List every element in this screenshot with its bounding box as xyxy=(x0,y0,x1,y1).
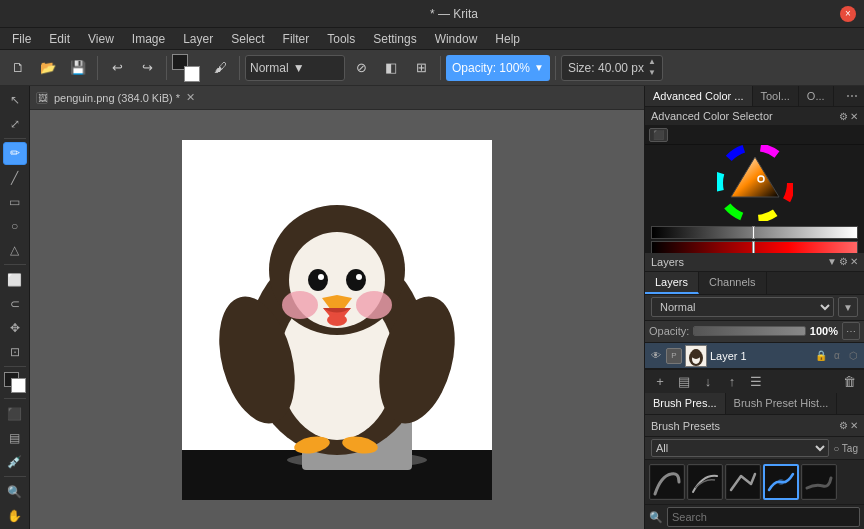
brush-item-2[interactable] xyxy=(687,464,723,500)
add-group-button[interactable]: ▤ xyxy=(673,371,695,393)
layer-alpha-button[interactable]: α xyxy=(830,349,844,363)
layers-settings-button[interactable]: ⚙ xyxy=(839,256,848,267)
move-layer-down-button[interactable]: ↓ xyxy=(697,371,719,393)
bg-color-indicator[interactable] xyxy=(11,378,26,393)
canvas-document[interactable] xyxy=(182,140,492,500)
background-color[interactable] xyxy=(184,66,200,82)
preserve-alpha-button[interactable]: ◧ xyxy=(377,54,405,82)
close-button[interactable]: × xyxy=(840,6,856,22)
pan-tool-button[interactable]: ✋ xyxy=(3,504,27,527)
layers-opacity-value: 100% xyxy=(810,325,838,337)
brush-item-1[interactable] xyxy=(649,464,685,500)
ellipse-tool-button[interactable]: ○ xyxy=(3,214,27,237)
lightness-slider[interactable] xyxy=(651,226,858,239)
panel-tab-more[interactable]: ⋯ xyxy=(840,86,864,106)
brush-presets-close[interactable]: ✕ xyxy=(850,420,858,431)
menu-item-window[interactable]: Window xyxy=(427,30,486,48)
fill-tool-button[interactable]: ⬛ xyxy=(3,402,27,425)
menu-item-filter[interactable]: Filter xyxy=(275,30,318,48)
wrap-button[interactable]: ⊞ xyxy=(407,54,435,82)
brush-item-5[interactable] xyxy=(801,464,837,500)
menu-item-settings[interactable]: Settings xyxy=(365,30,424,48)
menu-item-view[interactable]: View xyxy=(80,30,122,48)
line-tool-button[interactable]: ╱ xyxy=(3,166,27,189)
redo-button[interactable]: ↪ xyxy=(133,54,161,82)
color-selector-settings[interactable]: ⚙ xyxy=(839,111,848,122)
color-selector-close[interactable]: ✕ xyxy=(850,111,858,122)
tab-brush-presets[interactable]: Brush Pres... xyxy=(645,393,726,414)
layers-opacity-label: Opacity: xyxy=(649,325,689,337)
layers-blend-options[interactable]: ▼ xyxy=(838,297,858,317)
menu-item-edit[interactable]: Edit xyxy=(41,30,78,48)
layers-blend-dropdown[interactable]: Normal xyxy=(651,297,834,317)
freehand-tool-button[interactable]: ✏ xyxy=(3,142,27,165)
menu-item-layer[interactable]: Layer xyxy=(175,30,221,48)
menu-item-tools[interactable]: Tools xyxy=(319,30,363,48)
opacity-down-button[interactable]: ▼ xyxy=(534,62,544,73)
menu-item-image[interactable]: Image xyxy=(124,30,173,48)
menu-item-select[interactable]: Select xyxy=(223,30,272,48)
brush-item-4[interactable] xyxy=(763,464,799,500)
tab-other[interactable]: O... xyxy=(799,86,834,106)
canvas-viewport[interactable] xyxy=(30,110,644,529)
layer-visibility-eye[interactable]: 👁 xyxy=(649,349,663,363)
size-up-button[interactable]: ▲ xyxy=(648,57,656,67)
brush-presets-settings[interactable]: ⚙ xyxy=(839,420,848,431)
tab-tool[interactable]: Tool... xyxy=(753,86,799,106)
color-selector-wheel-btn[interactable]: ⬛ xyxy=(649,128,668,142)
select-lasso-button[interactable]: ⊂ xyxy=(3,292,27,315)
menu-item-help[interactable]: Help xyxy=(487,30,528,48)
brush-preset-button[interactable]: 🖌 xyxy=(206,54,234,82)
toolbar-separator-2 xyxy=(166,56,167,80)
open-file-button[interactable]: 📂 xyxy=(34,54,62,82)
delete-layer-button[interactable]: 🗑 xyxy=(838,371,860,393)
transform-tool-button[interactable]: ⤢ xyxy=(3,112,27,135)
layer-inherit-button[interactable]: ⬡ xyxy=(846,349,860,363)
rect-tool-button[interactable]: ▭ xyxy=(3,190,27,213)
menu-item-file[interactable]: File xyxy=(4,30,39,48)
canvas-close-button[interactable]: ✕ xyxy=(186,91,195,104)
blend-mode-dropdown[interactable]: Normal ▼ xyxy=(245,55,345,81)
new-file-button[interactable]: 🗋 xyxy=(4,54,32,82)
layer-lock-button[interactable]: 🔒 xyxy=(814,349,828,363)
layers-filter-button[interactable]: ▼ xyxy=(827,256,837,267)
layer-properties-button[interactable]: ☰ xyxy=(745,371,767,393)
brush-filter-dropdown[interactable]: All xyxy=(651,439,829,457)
gradient-tool-button[interactable]: ▤ xyxy=(3,426,27,449)
layer-row-1[interactable]: 👁 P Layer 1 🔒 α ⬡ xyxy=(645,343,864,369)
add-layer-button[interactable]: + xyxy=(649,371,671,393)
layers-blend-row: Normal ▼ xyxy=(645,295,864,321)
eyedropper-button[interactable]: 💉 xyxy=(3,450,27,473)
tab-brush-history[interactable]: Brush Preset Hist... xyxy=(726,393,838,414)
crop-button[interactable]: ⊡ xyxy=(3,340,27,363)
select-rect-button[interactable]: ⬜ xyxy=(3,268,27,291)
toolbox-separator-3 xyxy=(4,366,26,367)
erase-button[interactable]: ⊘ xyxy=(347,54,375,82)
layers-opacity-options[interactable]: ⋯ xyxy=(842,322,860,340)
tab-advanced-color[interactable]: Advanced Color ... xyxy=(645,86,753,106)
brush-search-input[interactable] xyxy=(667,507,860,527)
toolbar-separator-1 xyxy=(97,56,98,80)
tab-layers[interactable]: Layers xyxy=(645,272,699,294)
size-down-button[interactable]: ▼ xyxy=(648,68,656,78)
zoom-tool-button[interactable]: 🔍 xyxy=(3,480,27,503)
polygon-tool-button[interactable]: △ xyxy=(3,238,27,261)
move-layer-button[interactable]: ✥ xyxy=(3,316,27,339)
tab-channels[interactable]: Channels xyxy=(699,272,766,294)
size-spinner[interactable]: ▲ ▼ xyxy=(648,57,656,78)
layers-close-button[interactable]: ✕ xyxy=(850,256,858,267)
opacity-control[interactable]: Opacity: 100% ▼ xyxy=(446,55,550,81)
toolbar-separator-3 xyxy=(239,56,240,80)
layer-type-icon: P xyxy=(666,348,682,364)
layers-opacity-bar[interactable] xyxy=(693,326,806,336)
window-title: * — Krita xyxy=(68,7,840,21)
brush-item-3[interactable] xyxy=(725,464,761,500)
move-layer-up-button[interactable]: ↑ xyxy=(721,371,743,393)
save-file-button[interactable]: 💾 xyxy=(64,54,92,82)
menubar: FileEditViewImageLayerSelectFilterToolsS… xyxy=(0,28,864,50)
hue-slider[interactable] xyxy=(651,241,858,253)
color-wheel-area[interactable] xyxy=(645,145,864,222)
undo-button[interactable]: ↩ xyxy=(103,54,131,82)
move-tool-button[interactable]: ↖ xyxy=(3,88,27,111)
layers-opacity-row: Opacity: 100% ⋯ xyxy=(645,321,864,343)
